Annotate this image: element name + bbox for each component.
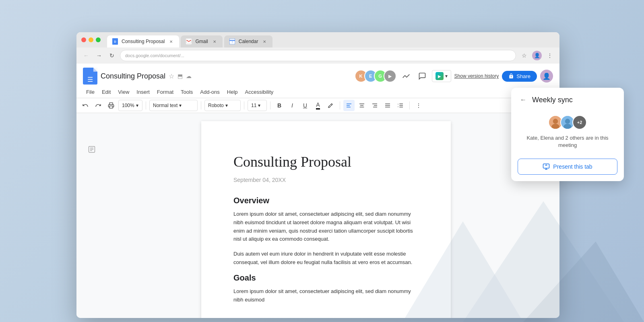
meet-back-button[interactable]: ← bbox=[518, 94, 529, 105]
menu-accessibility[interactable]: Accessibility bbox=[242, 88, 277, 96]
doc-goals-heading: Goals bbox=[233, 273, 419, 283]
zoom-dropdown-icon: ▾ bbox=[136, 103, 138, 108]
menu-format[interactable]: Format bbox=[154, 88, 177, 96]
bold-button[interactable]: B bbox=[274, 100, 285, 111]
menu-help[interactable]: Help bbox=[224, 88, 241, 96]
address-bar: ← → ↻ docs.google.com/document/... ☆ 👤 ⋮ bbox=[76, 47, 559, 64]
tab-gmail-close[interactable]: ✕ bbox=[211, 38, 218, 45]
svg-point-29 bbox=[565, 119, 570, 124]
google-docs-app-icon[interactable]: ☰ bbox=[83, 68, 97, 85]
tab-gmail-label: Gmail bbox=[195, 39, 208, 44]
undo-button[interactable] bbox=[80, 100, 91, 111]
docs-header-right: K E G ▶ bbox=[355, 70, 553, 83]
docs-header: ☰ Consulting Proposal ☆ ⬒ ☁ K E G ▶ bbox=[76, 64, 559, 98]
meet-avatar-count: +2 bbox=[572, 115, 587, 130]
calendar-tab-icon: 7 bbox=[229, 38, 235, 45]
present-tab-label: Present this tab bbox=[553, 163, 592, 170]
underline-button[interactable]: U bbox=[299, 100, 311, 111]
doc-main-title: Consulting Proposal bbox=[233, 153, 419, 170]
tab-calendar-close[interactable]: ✕ bbox=[261, 38, 268, 45]
menu-file[interactable]: File bbox=[83, 88, 98, 96]
menu-insert[interactable]: Insert bbox=[133, 88, 153, 96]
meet-popup-title: Weekly sync bbox=[532, 96, 573, 104]
doc-overview-body: Lorem ipsum dolor sit amet, consectetuer… bbox=[233, 210, 419, 244]
gmail-tab-icon bbox=[186, 38, 192, 45]
maximize-traffic-light[interactable] bbox=[96, 37, 101, 42]
tab-calendar[interactable]: 7 Calendar ✕ bbox=[224, 35, 273, 47]
cloud-icon: ☁ bbox=[186, 73, 192, 79]
star-icon[interactable]: ☆ bbox=[169, 72, 174, 80]
toolbar-divider-3 bbox=[244, 101, 244, 109]
version-history-link[interactable]: Show version history bbox=[454, 73, 499, 79]
doc-overview-heading: Overview bbox=[233, 196, 419, 205]
activity-icon[interactable] bbox=[400, 70, 413, 83]
menu-bar: File Edit View Insert Format Tools Add-o… bbox=[83, 86, 553, 98]
meet-popup: ← Weekly sync +2 Ka bbox=[511, 88, 624, 181]
line-spacing-button[interactable] bbox=[395, 100, 406, 111]
font-size-value: 11 bbox=[251, 103, 256, 108]
reload-button[interactable]: ↻ bbox=[107, 51, 117, 60]
highlight-button[interactable] bbox=[325, 100, 336, 111]
italic-button[interactable]: I bbox=[287, 100, 298, 111]
text-color-button[interactable]: A bbox=[312, 100, 324, 111]
align-left-button[interactable] bbox=[343, 100, 355, 111]
address-bar-right: ☆ 👤 ⋮ bbox=[519, 51, 555, 60]
align-justify-button[interactable] bbox=[382, 100, 393, 111]
meet-button[interactable]: ▶ ▾ bbox=[432, 70, 451, 82]
title-bar: D Consulting Proposal ✕ Gmail ✕ bbox=[76, 32, 559, 47]
more-options-button[interactable]: ⋮ bbox=[413, 100, 424, 111]
toolbar-divider-2 bbox=[201, 101, 201, 109]
tab-bar: D Consulting Proposal ✕ Gmail ✕ bbox=[107, 32, 272, 47]
tab-docs-close[interactable]: ✕ bbox=[168, 38, 174, 45]
menu-tools[interactable]: Tools bbox=[178, 88, 196, 96]
menu-icon[interactable]: ⋮ bbox=[545, 51, 555, 60]
folder-icon[interactable]: ⬒ bbox=[178, 73, 183, 79]
user-profile-pic[interactable]: 👤 bbox=[540, 70, 553, 83]
meet-participants-text: Kate, Elena and 2 others are in this mee… bbox=[518, 134, 617, 149]
svg-rect-5 bbox=[109, 106, 113, 108]
toolbar-divider-1 bbox=[146, 101, 146, 109]
doc-date: September 04, 20XX bbox=[233, 177, 419, 183]
share-label: Share bbox=[516, 73, 530, 79]
paragraph-style-value: Normal text bbox=[153, 103, 178, 108]
svg-rect-3 bbox=[229, 40, 235, 41]
comment-icon[interactable] bbox=[416, 70, 429, 83]
menu-edit[interactable]: Edit bbox=[99, 88, 114, 96]
outline-icon[interactable] bbox=[88, 145, 97, 155]
background-mountains bbox=[402, 161, 644, 322]
font-size-select[interactable]: 11 ▾ bbox=[248, 100, 267, 111]
doc-sidebar-left bbox=[85, 121, 101, 310]
toolbar-divider-6 bbox=[409, 101, 410, 109]
redo-button[interactable] bbox=[93, 100, 104, 111]
docs-tab-icon: D bbox=[112, 38, 118, 45]
avatar-4[interactable]: ▶ bbox=[384, 70, 396, 83]
meet-popup-header: ← Weekly sync bbox=[511, 88, 624, 109]
doc-overview-body-2: Duis autem vel eum iriure dolor in hendr… bbox=[233, 250, 419, 267]
print-button[interactable] bbox=[105, 100, 117, 111]
tab-calendar-label: Calendar bbox=[239, 39, 258, 44]
back-button[interactable]: ← bbox=[81, 51, 91, 60]
meet-avatar-group: +2 bbox=[548, 115, 587, 130]
zoom-value: 100% bbox=[122, 103, 134, 108]
font-select[interactable]: Roboto ▾ bbox=[204, 100, 241, 111]
menu-view[interactable]: View bbox=[115, 88, 132, 96]
forward-button[interactable]: → bbox=[94, 51, 104, 60]
minimize-traffic-light[interactable] bbox=[89, 37, 93, 42]
present-this-tab-button[interactable]: Present this tab bbox=[518, 159, 617, 175]
zoom-select[interactable]: 100% ▾ bbox=[118, 100, 142, 111]
font-size-dropdown-icon: ▾ bbox=[258, 103, 260, 108]
bookmark-icon[interactable]: ☆ bbox=[519, 51, 529, 60]
profile-icon[interactable]: 👤 bbox=[532, 51, 542, 60]
doc-goals-body: Lorem ipsum dolor sit amet, consectetuer… bbox=[233, 287, 419, 304]
toolbar-divider-5 bbox=[340, 101, 340, 109]
align-center-button[interactable] bbox=[356, 100, 367, 111]
paragraph-style-select[interactable]: Normal text ▾ bbox=[149, 100, 198, 111]
tab-docs[interactable]: D Consulting Proposal ✕ bbox=[107, 35, 179, 47]
toolbar-divider-4 bbox=[270, 101, 270, 109]
tab-gmail[interactable]: Gmail ✕ bbox=[181, 35, 222, 47]
url-bar[interactable]: docs.google.com/document/... bbox=[120, 50, 516, 61]
share-button[interactable]: Share bbox=[502, 71, 537, 82]
menu-addons[interactable]: Add-ons bbox=[197, 88, 223, 96]
close-traffic-light[interactable] bbox=[81, 37, 86, 42]
align-right-button[interactable] bbox=[369, 100, 380, 111]
